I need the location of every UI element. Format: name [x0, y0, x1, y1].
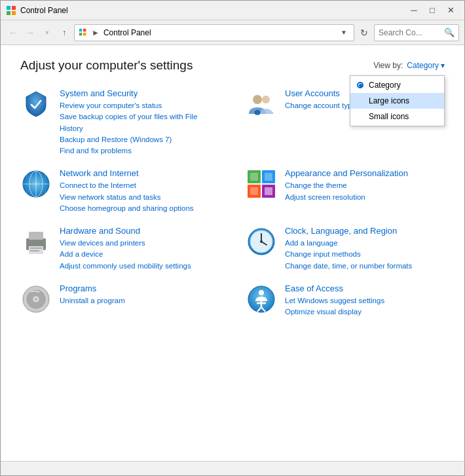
- path-text: Control Panel: [103, 28, 151, 37]
- path-dropdown-arrow[interactable]: ▼: [338, 29, 350, 36]
- window-controls: ─ □ ✕: [405, 2, 459, 19]
- clock-text: Clock, Language, and Region Add a langua…: [285, 226, 412, 272]
- status-bar: [1, 461, 464, 475]
- ease-of-access-link-1[interactable]: Let Windows suggest settings: [285, 295, 384, 306]
- network-internet-text: Network and Internet Connect to the Inte…: [60, 168, 194, 214]
- back-button[interactable]: ←: [6, 26, 20, 40]
- hardware-sound-icon: [20, 226, 52, 257]
- dropdown-item-large-icons[interactable]: Large icons: [350, 93, 444, 109]
- page-header: Adjust your computer's settings View by:…: [20, 58, 445, 73]
- radio-small-placeholder: [357, 113, 363, 120]
- network-internet-icon: [20, 168, 52, 200]
- close-button[interactable]: ✕: [442, 2, 459, 19]
- clock-title[interactable]: Clock, Language, and Region: [285, 226, 412, 236]
- system-security-link-1[interactable]: Review your computer's status: [60, 100, 219, 111]
- hardware-sound-link-3[interactable]: Adjust commonly used mobility settings: [60, 261, 191, 272]
- search-input[interactable]: [379, 28, 444, 37]
- programs-icon: [20, 284, 52, 315]
- svg-rect-19: [265, 173, 272, 181]
- svg-point-38: [259, 290, 264, 295]
- title-bar: Control Panel ─ □ ✕: [1, 1, 464, 20]
- up-button[interactable]: ↑: [57, 26, 71, 40]
- network-internet-link-2[interactable]: View network status and tasks: [60, 192, 194, 203]
- minimize-button[interactable]: ─: [405, 2, 422, 19]
- category-hardware-sound: Hardware and Sound View devices and prin…: [20, 223, 219, 274]
- view-by: View by: Category ▾: [373, 61, 445, 70]
- dropdown-item-small-icons[interactable]: Small icons: [350, 109, 444, 124]
- view-by-dropdown[interactable]: Category ▾: [407, 61, 445, 70]
- ease-of-access-icon: [246, 284, 277, 315]
- system-security-icon: [20, 88, 52, 120]
- category-network-internet: Network and Internet Connect to the Inte…: [20, 166, 219, 217]
- user-accounts-link-1[interactable]: Change account type: [285, 100, 356, 111]
- user-accounts-text: User Accounts Change account type: [285, 88, 356, 111]
- appearance-link-2[interactable]: Adjust screen resolution: [285, 192, 408, 203]
- appearance-link-1[interactable]: Change the theme: [285, 180, 408, 191]
- category-ease-of-access: Ease of Access Let Windows suggest setti…: [246, 281, 445, 321]
- view-dropdown-menu: Category Large icons Small icons: [350, 75, 445, 126]
- search-icon: 🔍: [444, 27, 455, 37]
- view-by-label: View by:: [373, 61, 403, 70]
- refresh-button[interactable]: ↻: [357, 26, 371, 40]
- radio-large-placeholder: [357, 98, 363, 104]
- system-security-link-3[interactable]: Backup and Restore (Windows 7): [60, 134, 219, 145]
- forward-button[interactable]: →: [23, 26, 37, 40]
- svg-rect-7: [83, 33, 86, 35]
- svg-rect-0: [7, 6, 10, 10]
- system-security-link-2[interactable]: Save backup copies of your files with Fi…: [60, 111, 219, 134]
- clock-link-1[interactable]: Add a language: [285, 238, 412, 249]
- svg-point-9: [262, 96, 270, 103]
- category-programs: Programs Uninstall a program: [20, 281, 219, 321]
- path-separator: ►: [92, 28, 100, 37]
- app-icon: [6, 5, 16, 16]
- page-title: Adjust your computer's settings: [20, 58, 193, 73]
- clock-link-2[interactable]: Change input methods: [285, 249, 412, 260]
- network-internet-link-3[interactable]: Choose homegroup and sharing options: [60, 203, 194, 214]
- appearance-text: Appearance and Personalization Change th…: [285, 168, 408, 203]
- svg-point-27: [41, 241, 43, 244]
- radio-category: [357, 82, 363, 88]
- hardware-sound-text: Hardware and Sound View devices and prin…: [60, 226, 191, 272]
- main-content: Adjust your computer's settings View by:…: [1, 45, 464, 461]
- appearance-title[interactable]: Appearance and Personalization: [285, 168, 408, 178]
- recent-button[interactable]: ▼: [40, 26, 54, 40]
- svg-rect-26: [30, 250, 39, 251]
- view-by-value: Category: [407, 61, 439, 70]
- hardware-sound-link-2[interactable]: Add a device: [60, 249, 191, 260]
- system-security-title[interactable]: System and Security: [60, 88, 219, 98]
- svg-rect-25: [30, 247, 42, 249]
- dropdown-arrow-icon: ▾: [441, 61, 445, 70]
- system-security-text: System and Security Review your computer…: [60, 88, 219, 156]
- hardware-sound-title[interactable]: Hardware and Sound: [60, 226, 191, 236]
- svg-rect-18: [250, 173, 258, 181]
- svg-rect-1: [12, 6, 16, 10]
- dropdown-category-label: Category: [369, 81, 401, 90]
- appearance-icon: [246, 168, 277, 200]
- svg-rect-6: [79, 33, 82, 35]
- svg-rect-5: [83, 28, 86, 31]
- ease-of-access-title[interactable]: Ease of Access: [285, 284, 384, 293]
- clock-link-3[interactable]: Change date, time, or number formats: [285, 261, 412, 272]
- network-internet-link-1[interactable]: Connect to the Internet: [60, 180, 194, 191]
- dropdown-small-icons-label: Small icons: [369, 112, 409, 121]
- user-accounts-title[interactable]: User Accounts: [285, 88, 356, 98]
- programs-title[interactable]: Programs: [60, 284, 125, 293]
- svg-rect-20: [250, 187, 258, 195]
- maximize-button[interactable]: □: [424, 2, 441, 19]
- programs-link-1[interactable]: Uninstall a program: [60, 295, 125, 306]
- svg-point-32: [260, 240, 263, 243]
- system-security-link-4[interactable]: Find and fix problems: [60, 145, 219, 156]
- network-internet-title[interactable]: Network and Internet: [60, 168, 194, 178]
- user-accounts-icon: [246, 88, 277, 120]
- ease-of-access-text: Ease of Access Let Windows suggest setti…: [285, 284, 384, 318]
- search-box[interactable]: 🔍: [374, 24, 459, 41]
- hardware-sound-link-1[interactable]: View devices and printers: [60, 238, 191, 249]
- svg-rect-23: [29, 232, 43, 240]
- address-path[interactable]: ► Control Panel ▼: [74, 24, 354, 41]
- programs-text: Programs Uninstall a program: [60, 284, 125, 306]
- svg-rect-4: [79, 28, 82, 31]
- dropdown-item-category[interactable]: Category: [350, 77, 444, 93]
- ease-of-access-link-2[interactable]: Optimize visual display: [285, 306, 384, 318]
- dropdown-large-icons-label: Large icons: [369, 96, 409, 105]
- category-system-security: System and Security Review your computer…: [20, 86, 219, 159]
